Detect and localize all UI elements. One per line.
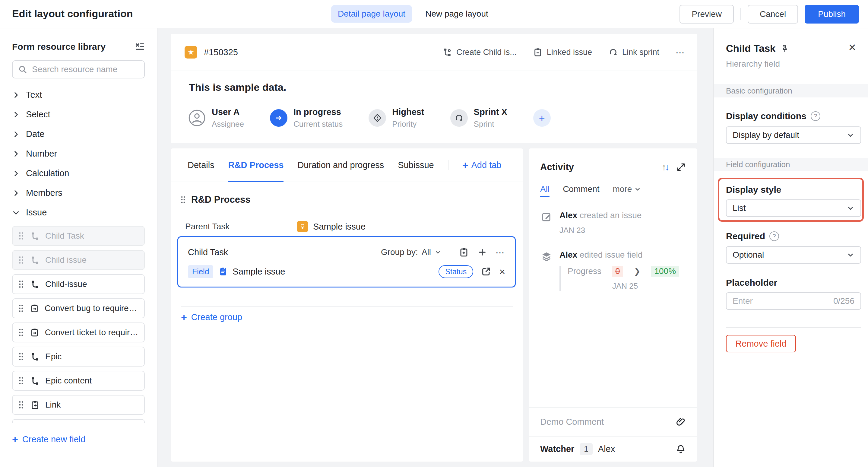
status-badge[interactable]: Status <box>438 265 473 278</box>
group-field-row[interactable]: Field Sample issue Status × <box>188 264 505 279</box>
watcher-count-badge: 1 <box>580 443 592 455</box>
clipboard-icon <box>30 304 39 313</box>
field-item-convert-bug[interactable]: Convert bug to requirem... <box>12 299 145 318</box>
child-task-group-box[interactable]: Child Task Group by: All ⋯ Field Sample … <box>177 236 516 287</box>
layers-icon <box>541 251 552 291</box>
comment-input[interactable] <box>540 417 676 427</box>
tab-new-page-layout[interactable]: New page layout <box>425 9 488 19</box>
create-new-field-button[interactable]: + Create new field <box>12 434 145 444</box>
basic-configuration-section: Basic configuration <box>714 84 868 97</box>
search-input[interactable] <box>32 65 139 74</box>
category-number[interactable]: Number <box>12 144 145 163</box>
issue-more-button[interactable]: ⋯ <box>676 47 685 58</box>
add-field-button[interactable]: + <box>533 109 551 127</box>
field-item-child-dash-issue[interactable]: Child-issue <box>12 274 145 294</box>
tab-subissue[interactable]: Subissue <box>398 149 434 182</box>
drag-handle-icon <box>18 304 25 313</box>
form-resource-sidebar: Form resource library Text Select Date N… <box>0 28 157 467</box>
category-calculation[interactable]: Calculation <box>12 163 145 183</box>
plus-icon: + <box>539 112 545 124</box>
config-divider <box>726 327 861 328</box>
activity-tab-more[interactable]: more <box>613 182 641 197</box>
display-style-select[interactable]: List <box>726 199 861 217</box>
tab-duration-progress[interactable]: Duration and progress <box>298 149 384 182</box>
watcher-name: Alex <box>598 444 615 454</box>
field-configuration-section: Field configuration <box>714 158 868 171</box>
comment-input-row <box>529 407 697 436</box>
category-text[interactable]: Text <box>12 85 145 105</box>
link-sprint-button[interactable]: Link sprint <box>608 48 659 57</box>
remove-row-icon[interactable]: × <box>499 267 505 277</box>
external-link-icon[interactable] <box>481 267 491 277</box>
tab-rd-process[interactable]: R&D Process <box>228 149 284 182</box>
drag-handle-icon[interactable] <box>180 195 186 204</box>
drag-handle-icon <box>18 376 25 385</box>
issue-type-star-icon: ★ <box>185 46 197 59</box>
activity-tab-comment[interactable]: Comment <box>563 182 599 197</box>
field-change-block: Progress 0 ❯ 100% JAN 25 <box>559 266 679 291</box>
category-date[interactable]: Date <box>12 124 145 144</box>
field-item-child-task: Child Task <box>12 226 145 246</box>
help-icon[interactable]: ? <box>811 111 820 121</box>
hierarchy-icon <box>30 279 40 289</box>
field-item-link[interactable]: Link <box>12 395 145 415</box>
tabs-divider <box>448 160 448 170</box>
field-item-epic-content[interactable]: Epic content <box>12 371 145 391</box>
header-actions: Preview Cancel Publish <box>680 5 859 24</box>
resource-search[interactable] <box>12 60 145 79</box>
field-item-epic[interactable]: Epic <box>12 347 145 367</box>
field-chip: Field <box>188 265 213 278</box>
publish-button[interactable]: Publish <box>805 5 859 24</box>
page-title: Edit layout configuration <box>12 8 133 20</box>
activity-tab-all[interactable]: All <box>540 182 550 197</box>
field-item-convert-ticket[interactable]: Convert ticket to require... <box>12 322 145 342</box>
close-panel-icon[interactable]: × <box>848 41 856 54</box>
clipboard-icon <box>30 328 39 337</box>
plus-icon: + <box>462 160 468 170</box>
required-select[interactable]: Optional <box>726 246 861 264</box>
tab-detail-page-layout[interactable]: Detail page layout <box>331 5 412 23</box>
chevron-right-icon <box>12 91 20 99</box>
remove-field-button[interactable]: Remove field <box>726 335 796 352</box>
add-row-icon[interactable] <box>477 247 487 257</box>
sidebar-title: Form resource library <box>12 42 105 52</box>
parent-task-label: Parent Task <box>185 222 297 231</box>
parent-task-value[interactable]: Sample issue <box>313 222 366 232</box>
activity-title: Activity <box>540 162 574 173</box>
placeholder-input-wrap: 0/256 <box>726 292 861 310</box>
category-members[interactable]: Members <box>12 183 145 203</box>
sprint-field[interactable]: Sprint X Sprint <box>450 107 507 129</box>
linked-issue-button[interactable]: Linked issue <box>533 48 592 57</box>
sort-order-icon[interactable]: ↑↓ <box>662 162 668 172</box>
create-child-icon <box>442 48 452 57</box>
category-issue[interactable]: Issue <box>12 203 145 222</box>
issue-fields-row: User A Assignee In progress Current stat… <box>188 107 697 129</box>
config-field-title: Child Task <box>726 43 775 54</box>
clipboard-icon <box>30 400 40 410</box>
placeholder-input[interactable] <box>733 296 833 306</box>
expand-icon[interactable] <box>676 162 686 172</box>
field-config-panel: Child Task × Hierarchy field Basic confi… <box>713 28 868 467</box>
category-select[interactable]: Select <box>12 105 145 124</box>
preview-button[interactable]: Preview <box>680 5 734 24</box>
cancel-button[interactable]: Cancel <box>748 5 798 24</box>
add-tab-button[interactable]: + Add tab <box>462 160 501 170</box>
create-child-issue-button[interactable]: Create Child is... <box>442 48 517 57</box>
group-by-dropdown[interactable]: Group by: All <box>381 247 441 257</box>
collapse-panel-icon[interactable] <box>134 42 145 52</box>
chevron-down-icon <box>846 251 855 259</box>
attachment-icon[interactable] <box>676 416 686 427</box>
tab-details[interactable]: Details <box>188 149 214 182</box>
assignee-field[interactable]: User A Assignee <box>188 107 244 129</box>
bell-icon[interactable] <box>676 444 686 454</box>
current-status-field[interactable]: In progress Current status <box>270 107 343 129</box>
drag-handle-icon <box>18 255 25 264</box>
clipboard-add-icon[interactable] <box>459 247 469 257</box>
group-more-button[interactable]: ⋯ <box>496 247 505 258</box>
priority-field[interactable]: Highest Priority <box>369 107 424 129</box>
sprint-loop-icon <box>450 109 468 127</box>
pin-icon[interactable] <box>780 44 789 53</box>
help-icon[interactable]: ? <box>769 231 779 241</box>
display-conditions-select[interactable]: Display by default <box>726 126 861 144</box>
create-group-button[interactable]: + Create group <box>181 312 242 322</box>
